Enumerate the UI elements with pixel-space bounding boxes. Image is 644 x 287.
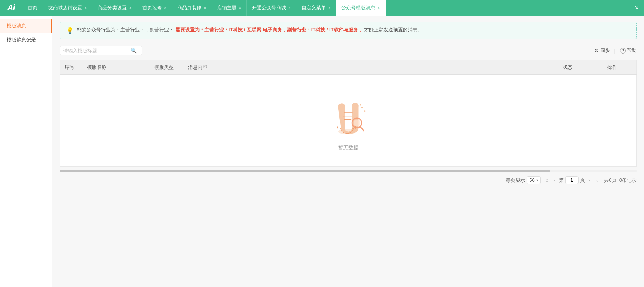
- tab-close-icon[interactable]: ×: [328, 6, 330, 10]
- notice-box: 💡 您的公众号行业为：主营行业：，副营行业： 需要设置为：主营行业：IT科技 /…: [60, 22, 637, 39]
- notice-icon: 💡: [66, 27, 74, 34]
- search-actions: ↻ 同步 | ? 帮助: [594, 47, 637, 54]
- topbar: Ai 首页微商城店铺设置×商品分类设置×首页装修×商品页装修×店铺主题×开通公众…: [0, 0, 644, 16]
- window-close-button[interactable]: ×: [629, 0, 644, 16]
- tab-label: 微商城店铺设置: [48, 4, 82, 11]
- tab-close-icon[interactable]: ×: [84, 6, 87, 10]
- topbar-tab-6[interactable]: 开通公众号商城×: [247, 0, 296, 16]
- tab-label: 自定义菜单: [302, 4, 326, 11]
- page-label-pre: 第: [559, 177, 564, 184]
- topbar-tab-2[interactable]: 商品分类设置×: [92, 0, 137, 16]
- notice-suffix: 才能正常发送预置的消息。: [364, 27, 422, 33]
- col-header-content: 消息内容: [184, 60, 558, 75]
- col-header-seq: 序号: [60, 60, 83, 75]
- topbar-tab-5[interactable]: 店铺主题×: [212, 0, 247, 16]
- sync-button[interactable]: ↻ 同步: [594, 47, 610, 54]
- sidebar-menu: 模版消息模版消息记录: [0, 19, 52, 47]
- svg-point-8: [364, 110, 365, 112]
- tab-label: 商品页装修: [177, 4, 201, 11]
- next-page-button[interactable]: ›: [586, 177, 592, 184]
- page-size-value: 50: [529, 177, 534, 183]
- tab-label: 开通公众号商城: [252, 4, 286, 11]
- notice-highlight: 需要设置为：主营行业：IT科技 / 互联网|电子商务，副营行业：IT科技 / I…: [175, 27, 363, 33]
- content-area: 💡 您的公众号行业为：主营行业：，副营行业： 需要设置为：主营行业：IT科技 /…: [52, 16, 644, 287]
- tab-label: 店铺主题: [217, 4, 237, 11]
- horizontal-scrollbar[interactable]: [60, 170, 637, 172]
- tab-close-icon[interactable]: ×: [204, 6, 206, 10]
- page-size-label: 每页显示: [506, 177, 525, 184]
- tab-close-icon[interactable]: ×: [129, 6, 131, 10]
- col-header-type: 模版类型: [150, 60, 184, 75]
- tab-label: 首页装修: [142, 4, 162, 11]
- search-input-wrap[interactable]: 🔍: [60, 46, 142, 55]
- empty-illustration: [328, 97, 369, 138]
- svg-point-9: [360, 104, 361, 106]
- last-page-button[interactable]: ⌄: [593, 177, 601, 184]
- empty-state-row: 暂无数据: [60, 75, 637, 167]
- page-size-dropdown[interactable]: 50 ▾: [527, 176, 540, 184]
- topbar-tab-8[interactable]: 公众号模版消息×: [336, 0, 385, 16]
- help-button[interactable]: ? 帮助: [620, 47, 637, 54]
- first-page-button[interactable]: ⌂: [544, 177, 551, 184]
- tab-close-icon[interactable]: ×: [239, 6, 241, 10]
- sidebar: 模版消息模版消息记录: [0, 16, 52, 287]
- topbar-tab-1[interactable]: 微商城店铺设置×: [43, 0, 92, 16]
- sidebar-item-0[interactable]: 模版消息: [0, 19, 52, 33]
- svg-point-7: [361, 107, 363, 109]
- page-nav: ⌂ ‹ 第 页 › ⌄: [544, 176, 601, 184]
- topbar-tab-4[interactable]: 商品页装修×: [172, 0, 212, 16]
- empty-text: 暂无数据: [338, 144, 359, 151]
- notice-text: 您的公众号行业为：主营行业：，副营行业： 需要设置为：主营行业：IT科技 / 互…: [77, 27, 422, 33]
- search-input[interactable]: [63, 48, 130, 54]
- page-number-input[interactable]: [565, 176, 579, 184]
- prev-page-button[interactable]: ‹: [552, 177, 557, 184]
- sync-icon: ↻: [594, 48, 599, 54]
- tab-close-icon[interactable]: ×: [164, 6, 166, 10]
- app-logo: Ai: [0, 0, 22, 16]
- help-label: 帮助: [627, 47, 637, 54]
- topbar-tab-0[interactable]: 首页: [22, 0, 43, 16]
- notice-prefix: 您的公众号行业为：主营行业：，副营行业：: [77, 27, 174, 33]
- tab-list: 首页微商城店铺设置×商品分类设置×首页装修×商品页装修×店铺主题×开通公众号商城…: [22, 0, 386, 16]
- topbar-tab-3[interactable]: 首页装修×: [137, 0, 172, 16]
- sync-label: 同步: [600, 47, 610, 54]
- svg-point-5: [353, 120, 360, 126]
- divider: |: [614, 48, 616, 54]
- tab-label: 首页: [28, 4, 37, 11]
- tab-label: 商品分类设置: [98, 4, 127, 11]
- sidebar-item-1[interactable]: 模版消息记录: [0, 33, 52, 47]
- col-header-action: 操作: [603, 60, 637, 75]
- tab-close-icon[interactable]: ×: [288, 6, 290, 10]
- tab-close-icon[interactable]: ×: [378, 6, 380, 10]
- page-label-post: 页: [580, 177, 585, 184]
- col-header-name: 模版名称: [83, 60, 150, 75]
- pagination: 每页显示 50 ▾ ⌂ ‹ 第 页 › ⌄ 共0页, 0条记录: [60, 176, 637, 184]
- main-layout: 模版消息模版消息记录 💡 您的公众号行业为：主营行业：，副营行业： 需要设置为：…: [0, 16, 644, 287]
- search-bar: 🔍 ↻ 同步 | ? 帮助: [60, 46, 637, 55]
- page-size-select: 每页显示 50 ▾: [506, 176, 540, 184]
- col-header-status: 状态: [558, 60, 603, 75]
- table-header-row: 序号 模版名称 模版类型 消息内容 状态 操作: [60, 60, 637, 75]
- search-icon[interactable]: 🔍: [130, 48, 137, 54]
- svg-line-6: [360, 127, 364, 131]
- scroll-thumb: [60, 170, 550, 172]
- total-info: 共0页, 0条记录: [604, 177, 637, 184]
- data-table: 序号 模版名称 模版类型 消息内容 状态 操作: [60, 60, 637, 167]
- dropdown-icon: ▾: [536, 178, 538, 182]
- tab-label: 公众号模版消息: [341, 4, 375, 11]
- topbar-tab-7[interactable]: 自定义菜单×: [296, 0, 336, 16]
- help-circle-icon: ?: [620, 48, 626, 54]
- empty-state: 暂无数据: [60, 75, 636, 166]
